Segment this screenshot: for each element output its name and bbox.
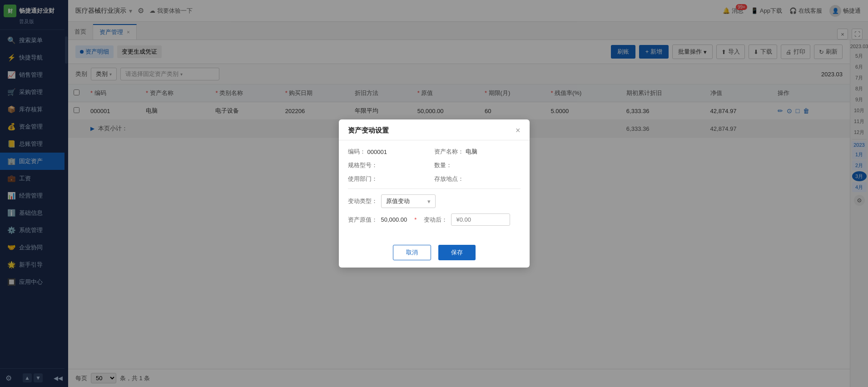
- dialog-title: 资产变动设置: [348, 126, 389, 135]
- asset-change-dialog: 资产变动设置 × 编码： 000001 资产名称： 电脑 规格型号：: [339, 119, 530, 268]
- model-label: 规格型号：: [348, 161, 377, 169]
- modal-overlay: 资产变动设置 × 编码： 000001 资产名称： 电脑 规格型号：: [0, 0, 868, 387]
- change-type-arrow: ▾: [427, 198, 431, 205]
- dialog-body: 编码： 000001 资产名称： 电脑 规格型号： 数量：: [339, 140, 530, 240]
- after-change-input[interactable]: [451, 213, 510, 226]
- department-label: 使用部门：: [348, 175, 377, 183]
- asset-name-value: 电脑: [466, 148, 477, 156]
- dialog-close-icon[interactable]: ×: [516, 126, 521, 135]
- required-star: *: [414, 216, 417, 223]
- dialog-col-model: 规格型号：: [348, 161, 434, 169]
- dialog-header: 资产变动设置 ×: [339, 119, 530, 140]
- dialog-col-name: 资产名称： 电脑: [434, 148, 521, 156]
- quantity-label: 数量：: [434, 161, 452, 169]
- dialog-row-code-name: 编码： 000001 资产名称： 电脑: [348, 148, 521, 156]
- location-label: 存放地点：: [434, 175, 464, 183]
- dialog-row-dept-location: 使用部门： 存放地点：: [348, 175, 521, 183]
- asset-name-label: 资产名称：: [434, 148, 464, 156]
- code-value: 000001: [367, 149, 387, 155]
- dialog-col-location: 存放地点：: [434, 175, 521, 183]
- original-value-label: 资产原值：: [348, 216, 377, 224]
- dialog-row-model-quantity: 规格型号： 数量：: [348, 161, 521, 169]
- original-value-display: 50,000.00: [381, 216, 407, 223]
- dialog-divider: [348, 189, 521, 189]
- code-label: 编码：: [348, 148, 366, 156]
- dialog-col-code: 编码： 000001: [348, 148, 434, 156]
- change-type-select[interactable]: 原值变动 ▾: [381, 194, 436, 208]
- dialog-change-type-row: 变动类型： 原值变动 ▾: [348, 194, 521, 208]
- change-type-value: 原值变动: [386, 197, 410, 205]
- after-change-label: 变动后：: [424, 216, 447, 224]
- cancel-button[interactable]: 取消: [393, 245, 431, 260]
- dialog-value-row: 资产原值： 50,000.00 * 变动后：: [348, 213, 521, 226]
- dialog-col-department: 使用部门：: [348, 175, 434, 183]
- dialog-footer: 取消 保存: [339, 240, 530, 268]
- dialog-col-quantity: 数量：: [434, 161, 521, 169]
- change-type-label: 变动类型：: [348, 197, 377, 205]
- save-button[interactable]: 保存: [438, 245, 476, 260]
